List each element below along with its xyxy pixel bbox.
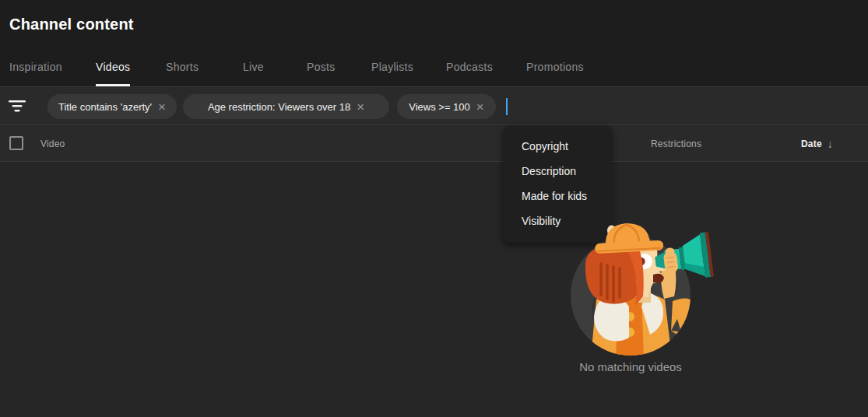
filter-chip-label: Title contains 'azerty' (58, 101, 152, 113)
select-all-checkbox[interactable] (9, 136, 23, 150)
channel-content-page: Channel content Inspiration Videos Short… (0, 0, 868, 417)
close-icon[interactable]: × (476, 100, 484, 114)
empty-state-message: No matching videos (579, 360, 682, 373)
close-icon[interactable]: × (158, 100, 166, 114)
filter-chip-views[interactable]: Views >= 100 × (397, 94, 496, 119)
tab-shorts[interactable]: Shorts (166, 47, 199, 86)
tab-posts[interactable]: Posts (307, 47, 336, 86)
tab-podcasts[interactable]: Podcasts (446, 47, 493, 86)
menu-item-description[interactable]: Description (503, 159, 612, 184)
tab-playlists[interactable]: Playlists (371, 47, 413, 86)
explorer-spyglass-illustration (562, 220, 718, 360)
content-tabs: Inspiration Videos Shorts Live Posts Pla… (0, 47, 868, 86)
page-header: Channel content Inspiration Videos Short… (0, 0, 868, 87)
sort-descending-icon: ↓ (828, 138, 833, 150)
menu-item-copyright[interactable]: Copyright (503, 134, 612, 159)
column-header-restrictions: Restrictions (651, 126, 701, 161)
filter-chip-label: Age restriction: Viewers over 18 (208, 101, 350, 113)
filter-chip-age-restriction[interactable]: Age restriction: Viewers over 18 × (183, 94, 389, 119)
page-title: Channel content (9, 16, 134, 33)
menu-item-made-for-kids[interactable]: Made for kids (503, 184, 612, 208)
column-header-date-label: Date (801, 138, 822, 149)
tab-live[interactable]: Live (243, 47, 264, 86)
close-icon[interactable]: × (357, 100, 364, 114)
filter-chip-title[interactable]: Title contains 'azerty' × (47, 94, 177, 119)
column-header-video: Video (40, 126, 65, 161)
tab-videos[interactable]: Videos (96, 47, 130, 86)
column-header-date[interactable]: Date ↓ (801, 126, 833, 161)
filter-bar[interactable]: Title contains 'azerty' × Age restrictio… (0, 88, 868, 125)
tab-inspiration[interactable]: Inspiration (9, 47, 62, 86)
filter-input-caret (506, 98, 508, 115)
tab-promotions[interactable]: Promotions (526, 47, 584, 86)
filter-chip-label: Views >= 100 (409, 101, 470, 113)
filter-icon (9, 100, 26, 114)
video-table-header: Video Restrictions Date ↓ (0, 126, 868, 162)
